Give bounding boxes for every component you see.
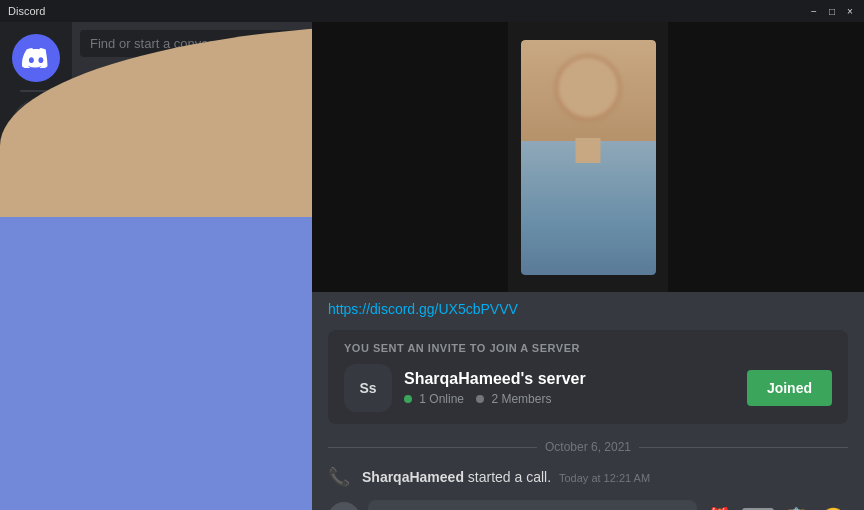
message-input[interactable]	[368, 500, 697, 510]
current-user-avatar	[88, 466, 119, 498]
call-message: 📞 SharqaHameed started a call. Today at …	[312, 462, 864, 492]
invite-server-name: SharqaHameed's server	[404, 370, 735, 388]
close-button[interactable]: ×	[844, 5, 856, 17]
main-layout: 🐼 Ss + 🧭 Find or start a conversation 👥 …	[0, 22, 864, 510]
message-input-area: + 🎁 GIF 📋 😀	[312, 492, 864, 510]
call-time: Today at 12:21 AM	[559, 472, 650, 484]
app-title: Discord	[8, 5, 808, 17]
video-area	[312, 22, 864, 292]
invite-server-stats: 1 Online 2 Members	[404, 392, 735, 406]
invite-card-title: YOU SENT AN INVITE TO JOIN A SERVER	[344, 342, 832, 354]
date-divider: October 6, 2021	[312, 432, 864, 462]
date-line-right	[639, 447, 848, 448]
gift-button[interactable]: 🎁	[705, 504, 734, 510]
chat-area: https://discord.gg/UX5cbPVVV YOU SENT AN…	[312, 292, 864, 510]
online-dot	[404, 395, 412, 403]
window-controls: − □ ×	[808, 5, 856, 17]
emoji-button[interactable]: 😀	[819, 504, 848, 510]
invite-server-icon: Ss	[344, 364, 392, 412]
members-dot	[476, 395, 484, 403]
call-text: SharqaHameed started a call. Today at 12…	[362, 469, 650, 485]
caller-name: SharqaHameed	[362, 469, 464, 485]
message-actions: 🎁 GIF 📋 😀	[705, 504, 848, 510]
date-line-left	[328, 447, 537, 448]
minimize-button[interactable]: −	[808, 5, 820, 17]
channel-sidebar: Find or start a conversation 👥 Friends 🌀…	[72, 22, 312, 510]
invite-server-info: SharqaHameed's server 1 Online 2 Members	[404, 370, 735, 406]
user-info-bar: SharqaHam... #5889 🎤 🎧 ⚙	[80, 462, 304, 502]
invite-link-container: https://discord.gg/UX5cbPVVV	[312, 292, 864, 322]
main-content: https://discord.gg/UX5cbPVVV YOU SENT AN…	[312, 22, 864, 510]
call-icon: 📞	[328, 466, 350, 488]
invite-card: YOU SENT AN INVITE TO JOIN A SERVER Ss S…	[328, 330, 848, 424]
add-attachment-button[interactable]: +	[328, 502, 360, 510]
title-bar: Discord − □ ×	[0, 0, 864, 22]
discord-home-button[interactable]	[12, 34, 60, 82]
video-left-panel	[312, 22, 508, 292]
date-text: October 6, 2021	[545, 440, 631, 454]
sticker-button[interactable]: 📋	[782, 504, 811, 510]
video-right-panel	[668, 22, 864, 292]
invite-link[interactable]: https://discord.gg/UX5cbPVVV	[328, 301, 518, 317]
online-count: 1 Online	[404, 392, 464, 406]
call-action: started a call.	[468, 469, 551, 485]
maximize-button[interactable]: □	[826, 5, 838, 17]
members-count: 2 Members	[476, 392, 551, 406]
video-center-panel	[508, 22, 668, 292]
user-area: 📶 Video Connected @Panda667 📵 ⚙ 📷 Video …	[72, 385, 312, 510]
joined-button[interactable]: Joined	[747, 370, 832, 406]
invite-card-body: Ss SharqaHameed's server 1 Online 2 Memb…	[344, 364, 832, 412]
